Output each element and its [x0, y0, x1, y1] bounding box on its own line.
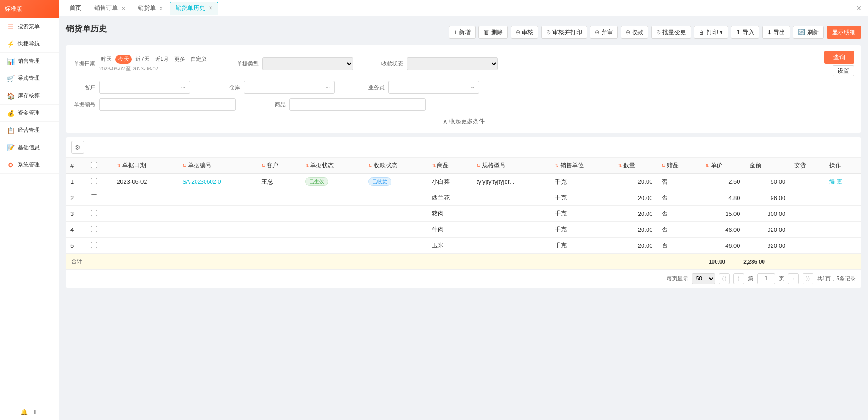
row-checkbox[interactable]: [91, 194, 97, 200]
tab-bar-close[interactable]: ✕: [854, 4, 863, 13]
import-button[interactable]: ⬆ 导入: [731, 26, 759, 39]
cell-trade: [790, 238, 825, 254]
row-checkbox[interactable]: [91, 210, 97, 216]
export-button[interactable]: ⬇ 导出: [762, 26, 791, 39]
sidebar-item-label: 系统管理: [18, 161, 40, 169]
tab-sales-goods-close[interactable]: ✕: [159, 6, 163, 11]
col-qty[interactable]: ⇅ 数量: [613, 158, 657, 174]
audit-print-button[interactable]: ⊙ 审核并打印: [541, 26, 587, 39]
batch-change-button[interactable]: ⊙ 批量变更: [651, 26, 691, 39]
tab-home[interactable]: 首页: [64, 2, 87, 15]
cell-trade: [790, 206, 825, 222]
tab-sales-history-close[interactable]: ✕: [209, 5, 212, 10]
page-last-btn[interactable]: ⟩⟩: [803, 273, 813, 284]
page-number-input[interactable]: [757, 273, 775, 284]
page-title: 销货单历史: [66, 23, 107, 34]
sidebar-footer-icon2[interactable]: ⏸: [32, 409, 38, 415]
tab-sales-history[interactable]: 销货单历史 ✕: [170, 2, 218, 15]
add-label: + 新增: [454, 28, 471, 36]
delete-button[interactable]: 🗑 删除: [478, 26, 508, 39]
col-doc-no[interactable]: ⇅ 单据编号: [178, 158, 257, 174]
collect-button[interactable]: ⊙ 收款: [621, 26, 649, 39]
query-button[interactable]: 查询: [824, 51, 854, 64]
doc-no-input[interactable]: [99, 98, 236, 111]
col-price[interactable]: ⇅ 单价: [701, 158, 744, 174]
sidebar-item-quick-nav[interactable]: ⚡ 快捷导航: [0, 35, 59, 53]
goods-input[interactable]: [292, 101, 415, 108]
sidebar-item-purchase-mgmt[interactable]: 🛒 采购管理: [0, 70, 59, 87]
sidebar-item-operation-mgmt[interactable]: 📋 经营管理: [0, 122, 59, 139]
sidebar-item-sys-mgmt[interactable]: ⚙ 系统管理: [0, 156, 59, 174]
sidebar-footer-icon1[interactable]: 🔔: [20, 409, 28, 415]
cell-price: 46.00: [701, 222, 744, 238]
cell-idx: 1: [66, 174, 86, 190]
sidebar-item-inventory[interactable]: 🏠 库存核算: [0, 87, 59, 105]
date-tab-7days[interactable]: 近7天: [134, 55, 151, 64]
doc-type-select[interactable]: [262, 57, 353, 70]
warehouse-input[interactable]: [247, 84, 324, 90]
col-collect-status[interactable]: ⇅ 收款状态: [364, 158, 427, 174]
collapse-button[interactable]: ∧ 收起更多条件: [73, 115, 854, 127]
add-button[interactable]: + 新增: [449, 26, 476, 39]
col-goods[interactable]: ⇅ 商品: [427, 158, 472, 174]
show-detail-button[interactable]: 显示明细: [827, 26, 861, 39]
col-gift[interactable]: ⇅ 赠品: [657, 158, 701, 174]
sidebar-item-sales-mgmt[interactable]: 📊 销售管理: [0, 53, 59, 70]
col-amount[interactable]: 金额: [745, 158, 790, 174]
purchase-icon: 🛒: [7, 75, 14, 82]
col-date[interactable]: ⇅ 单据日期: [112, 158, 178, 174]
cell-goods: 牛肉: [427, 222, 472, 238]
cell-goods: 猪肉: [427, 206, 472, 222]
date-tab-1month[interactable]: 近1月: [153, 55, 171, 64]
page-size-select[interactable]: 50 100 200: [692, 273, 715, 284]
tab-sales-goods[interactable]: 销货单 ✕: [132, 2, 169, 15]
abandon-button[interactable]: ⊙ 弃审: [590, 26, 618, 39]
collect-status-select[interactable]: [407, 57, 498, 70]
refresh-button[interactable]: 🔄 刷新: [793, 26, 824, 39]
table-settings-icon[interactable]: ⚙: [71, 141, 84, 154]
select-all-checkbox[interactable]: [91, 162, 97, 168]
tab-sales-order-close[interactable]: ✕: [121, 6, 125, 11]
customer-input[interactable]: [102, 84, 180, 90]
cell-price: 2.50: [701, 174, 744, 190]
col-unit[interactable]: ⇅ 销售单位: [550, 158, 613, 174]
customer-select-btn[interactable]: ···: [180, 85, 187, 90]
page-prev-btn[interactable]: ⟨: [733, 273, 744, 284]
sidebar-item-basic-info[interactable]: 📝 基础信息: [0, 139, 59, 156]
operation-icon: 📋: [7, 127, 14, 134]
staff-select-btn[interactable]: ···: [469, 85, 476, 90]
page-first-btn[interactable]: ⟨⟨: [719, 273, 730, 284]
cell-amount: 50.00: [745, 174, 790, 190]
date-tab-yesterday[interactable]: 昨天: [99, 55, 114, 64]
page-next-btn[interactable]: ⟩: [788, 273, 799, 284]
sidebar-item-search-menu[interactable]: ☰ 搜索菜单: [0, 18, 59, 35]
edit-link[interactable]: 编: [829, 178, 835, 185]
cell-doc-no: [178, 190, 257, 206]
sidebar-item-label: 销售管理: [18, 57, 40, 65]
staff-input[interactable]: [391, 84, 469, 90]
sidebar: 标准版 ☰ 搜索菜单 ⚡ 快捷导航 📊 销售管理 🛒 采购管理 🏠 库存核算 💰…: [0, 0, 59, 420]
cell-spec: tyjyjtyjtyjtyjdf...: [472, 174, 550, 190]
tab-sales-order[interactable]: 销售订单 ✕: [88, 2, 131, 15]
warehouse-select-btn[interactable]: ···: [324, 85, 331, 90]
col-spec[interactable]: ⇅ 规格型号: [472, 158, 550, 174]
cell-date: [112, 190, 178, 206]
setting-button[interactable]: 设置: [833, 65, 854, 76]
row-checkbox[interactable]: [91, 226, 97, 232]
table-row: 1 2023-06-02 SA-20230602-0 王总 已生效 已收款 小白…: [66, 174, 861, 190]
print-button[interactable]: 🖨 打印 ▾: [694, 26, 728, 39]
row-checkbox[interactable]: [91, 242, 97, 248]
sidebar-item-finance-mgmt[interactable]: 💰 资金管理: [0, 105, 59, 122]
goods-select-btn[interactable]: ···: [415, 102, 422, 107]
audit-button[interactable]: ⊙ 审核: [511, 26, 539, 39]
date-tab-more[interactable]: 更多: [172, 55, 187, 64]
col-customer[interactable]: ⇅ 客户: [257, 158, 301, 174]
more-link[interactable]: 更: [837, 178, 842, 185]
cell-amount: 920.00: [745, 238, 790, 254]
row-checkbox[interactable]: [91, 178, 97, 184]
date-tab-custom[interactable]: 自定义: [189, 55, 209, 64]
date-tab-today[interactable]: 今天: [115, 55, 132, 64]
col-doc-status[interactable]: ⇅ 单据状态: [301, 158, 364, 174]
cell-goods: 西兰花: [427, 190, 472, 206]
doc-no-link[interactable]: SA-20230602-0: [182, 179, 221, 185]
